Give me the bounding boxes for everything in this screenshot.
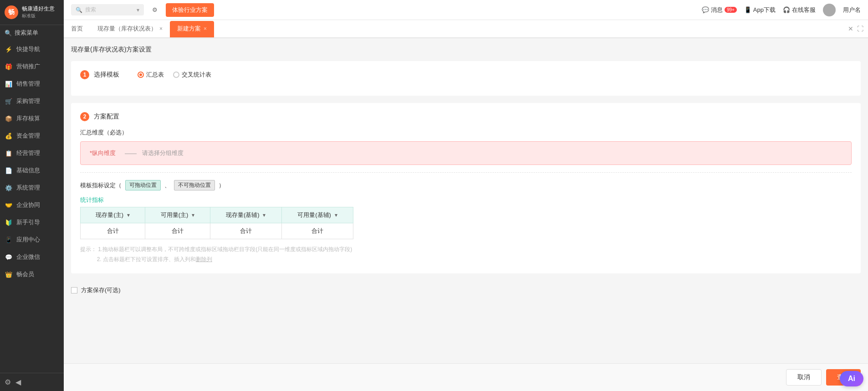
phone-icon: 📱 xyxy=(744,6,751,13)
page-title: 现存量(库存状况表)方案设置 xyxy=(71,46,861,54)
sidebar-item-wechat[interactable]: 💬 企业微信 xyxy=(0,248,64,266)
sidebar-bottom: ⚙ ◀ xyxy=(0,373,64,391)
topbar-message[interactable]: 💬 消息 99+ xyxy=(702,6,737,14)
tab-inventory-label: 现存量（库存状况表） xyxy=(97,25,157,33)
main-area: 🔍 搜索 ▾ ⚙ 体验行业方案 💬 消息 99+ 📱 App下载 🎧 在线客服 xyxy=(64,0,868,391)
indicator-settings-row: 模板指标设定（ 可拖动位置 、 不可拖动位置 ） xyxy=(80,180,852,190)
col-dropdown-1[interactable]: ▾ xyxy=(192,212,194,218)
sidebar-item-label: 基础信息 xyxy=(16,166,40,175)
trial-button[interactable]: 体验行业方案 xyxy=(166,3,214,17)
purchase-icon: 🛒 xyxy=(5,97,13,105)
col-dropdown-3[interactable]: ▾ xyxy=(335,212,337,218)
sidebar-item-finance[interactable]: 💰 资金管理 xyxy=(0,127,64,144)
tab-inventory-close[interactable]: × xyxy=(159,26,163,32)
members-icon: 👑 xyxy=(5,270,13,278)
sidebar-settings-icon[interactable]: ⚙ xyxy=(5,378,11,386)
tab-home[interactable]: 首页 xyxy=(64,21,90,37)
tab-new-scheme-close[interactable]: × xyxy=(204,26,207,32)
basic-info-icon: 📄 xyxy=(5,166,13,175)
sidebar-item-quick-nav[interactable]: ⚡ 快捷导航 xyxy=(0,41,64,58)
tip-link: 删除列 xyxy=(196,256,212,262)
stats-table-row-0: 合计 合计 合计 合计 xyxy=(81,223,353,239)
sidebar-item-purchase[interactable]: 🛒 采购管理 xyxy=(0,93,64,110)
gear-icon: ⚙ xyxy=(152,6,158,13)
app-label: App下载 xyxy=(753,6,776,14)
sidebar-item-label: 企业协同 xyxy=(16,201,40,209)
sidebar-item-basic-info[interactable]: 📄 基础信息 xyxy=(0,162,64,179)
dimension-required-text: *纵向维度 xyxy=(90,149,116,157)
message-icon: 💬 xyxy=(702,6,709,13)
cancel-button[interactable]: 取消 xyxy=(786,369,822,386)
sidebar-item-marketing[interactable]: 🎁 营销推广 xyxy=(0,58,64,75)
finance-icon: 💰 xyxy=(5,132,13,140)
step1-label: 选择模板 xyxy=(94,71,119,79)
step2-number: 2 xyxy=(80,112,89,121)
headset-icon: 🎧 xyxy=(783,6,790,13)
step1-number: 1 xyxy=(80,70,89,79)
topbar-settings-icon[interactable]: ⚙ xyxy=(149,5,160,15)
content-area: 现存量(库存状况表)方案设置 1 选择模板 汇总表 交叉统计表 xyxy=(64,38,868,363)
sidebar-item-enterprise[interactable]: 🤝 企业协同 xyxy=(0,196,64,214)
marketing-icon: 🎁 xyxy=(5,62,13,71)
operations-icon: 📋 xyxy=(5,149,13,157)
sidebar-item-inventory[interactable]: 📦 库存核算 xyxy=(0,110,64,127)
sidebar-item-label: 营销推广 xyxy=(16,62,40,71)
dimension-placeholder: 请选择分组维度 xyxy=(142,149,184,157)
user-avatar xyxy=(823,4,836,16)
dimension-area[interactable]: *纵向维度 —— 请选择分组维度 xyxy=(80,141,852,165)
stats-label: 统计指标 xyxy=(80,196,852,204)
sidebar-collapse-icon[interactable]: ◀ xyxy=(15,378,21,386)
topbar: 🔍 搜索 ▾ ⚙ 体验行业方案 💬 消息 99+ 📱 App下载 🎧 在线客服 xyxy=(64,0,868,20)
sidebar-item-new-guide[interactable]: 🔰 新手引导 xyxy=(0,214,64,231)
col-header-0[interactable]: 现存量(主) ▾ xyxy=(81,207,145,223)
username[interactable]: 用户名 xyxy=(843,6,861,14)
topbar-search-placeholder: 搜索 xyxy=(85,6,96,14)
radio-summary[interactable]: 汇总表 xyxy=(138,71,164,79)
tab-new-scheme[interactable]: 新建方案 × xyxy=(170,21,214,37)
topbar-search-box[interactable]: 🔍 搜索 ▾ xyxy=(71,4,144,15)
save-checkbox[interactable] xyxy=(71,287,77,293)
topbar-app-download[interactable]: 📱 App下载 xyxy=(744,6,776,14)
radio-cross-label: 交叉统计表 xyxy=(182,71,211,79)
sidebar-item-sales[interactable]: 📊 销售管理 xyxy=(0,75,64,93)
tab-expand-icon[interactable]: ⛶ xyxy=(857,25,863,32)
sidebar-item-label: 系统管理 xyxy=(16,184,40,192)
tip-2: 2. 点击标题栏下拉可设置排序、插入列和删除列 xyxy=(80,255,852,265)
sidebar-item-label: 资金管理 xyxy=(16,132,40,140)
col-dropdown-2[interactable]: ▾ xyxy=(263,212,266,218)
col-header-1[interactable]: 可用量(主) ▾ xyxy=(145,207,210,223)
logo-icon: 畅 xyxy=(5,5,18,19)
sidebar-item-system[interactable]: ⚙️ 系统管理 xyxy=(0,179,64,196)
sidebar: 畅 畅康通好生意 标准版 🔍 搜索菜单 ⚡ 快捷导航 🎁 营销推广 📊 销售管理… xyxy=(0,0,64,391)
col-dropdown-0[interactable]: ▾ xyxy=(127,212,130,218)
col-header-2[interactable]: 现存量(基辅) ▾ xyxy=(210,207,281,223)
save-checkbox-row: 方案保存(可选) xyxy=(71,281,861,300)
col-header-3[interactable]: 可用量(基辅) ▾ xyxy=(281,207,353,223)
sidebar-item-operations[interactable]: 📋 经营管理 xyxy=(0,144,64,162)
radio-summary-circle xyxy=(138,72,144,78)
topbar-search-icon: 🔍 xyxy=(76,7,82,13)
topbar-left: 🔍 搜索 ▾ ⚙ 体验行业方案 xyxy=(71,3,214,17)
topbar-online-service[interactable]: 🎧 在线客服 xyxy=(783,6,816,14)
ai-badge[interactable]: Ai xyxy=(840,371,863,386)
indicator-sep: 、 xyxy=(164,181,170,190)
service-label: 在线客服 xyxy=(792,6,816,14)
step1-header: 1 选择模板 汇总表 交叉统计表 xyxy=(80,70,852,79)
message-badge: 99+ xyxy=(725,7,737,13)
sidebar-item-app-center[interactable]: 📱 应用中心 xyxy=(0,231,64,248)
radio-cross[interactable]: 交叉统计表 xyxy=(173,71,211,79)
stats-table-header-row: 现存量(主) ▾ 可用量(主) ▾ 现存量(基辅) ▾ 可用量(基辅) xyxy=(81,207,353,223)
sidebar-search[interactable]: 🔍 搜索菜单 xyxy=(0,25,64,41)
sidebar-item-members[interactable]: 👑 畅会员 xyxy=(0,266,64,283)
tab-inventory-status[interactable]: 现存量（库存状况表） × xyxy=(90,21,170,37)
step2-label: 方案配置 xyxy=(94,113,119,121)
step2-card: 2 方案配置 汇总维度（必选） *纵向维度 —— 请选择分组维度 模板指标设定（… xyxy=(71,103,861,273)
cell-0-3: 合计 xyxy=(281,223,353,239)
sidebar-item-label: 应用中心 xyxy=(16,236,40,244)
cell-0-2: 合计 xyxy=(210,223,281,239)
tab-close-icon[interactable]: ✕ xyxy=(848,25,853,32)
tabs-actions: ✕ ⛶ xyxy=(848,25,868,32)
logo-name: 畅康通好生意 xyxy=(22,5,55,13)
message-label: 消息 xyxy=(711,6,723,14)
bottom-bar: 取消 查询 xyxy=(64,363,868,391)
